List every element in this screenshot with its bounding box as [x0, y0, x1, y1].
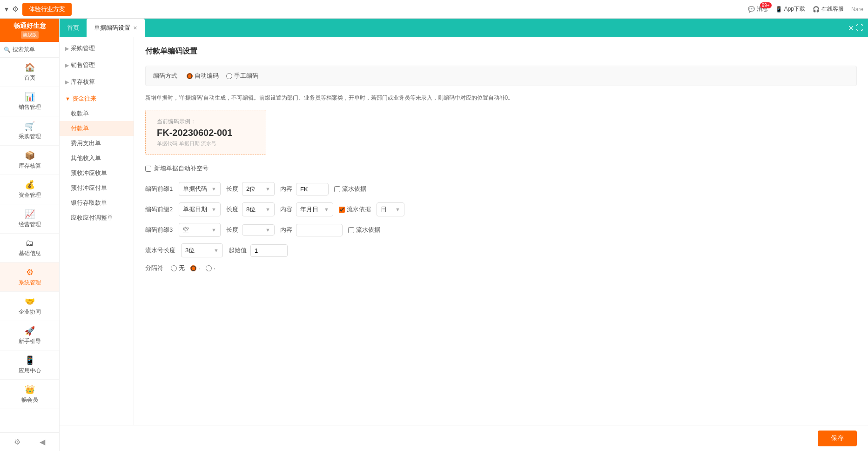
subnav-group-purchase-title[interactable]: ▶ 采购管理	[60, 41, 134, 56]
content3-group: 内容	[280, 224, 343, 236]
length1-select[interactable]: 2位 ▼	[242, 182, 275, 196]
stream1-label: 流水依据	[342, 185, 366, 193]
enterprise-icon: 🤝	[25, 296, 35, 307]
sidebar-item-appcenter[interactable]: 📱 应用中心	[0, 350, 59, 380]
auto-fill-checkbox[interactable]	[145, 166, 151, 172]
sidebar-item-operations[interactable]: 📈 经营管理	[0, 204, 59, 234]
sidebar-item-vip[interactable]: 👑 畅会员	[0, 380, 59, 409]
sidebar-bottom: ⚙ ◀	[0, 432, 59, 451]
message-button[interactable]: 💬 消息 99+	[748, 5, 768, 13]
subnav-item-prepay-pay[interactable]: 预付冲应付单	[60, 181, 134, 195]
subnav-item-prepay-recv[interactable]: 预收冲应收单	[60, 166, 134, 181]
length3-label: 长度	[226, 226, 238, 234]
date-unit-select[interactable]: 日 ▼	[377, 202, 404, 216]
sep-dot-option[interactable]: ·	[190, 265, 200, 272]
subnav-group-sales-title[interactable]: ▶ 销售管理	[60, 58, 134, 73]
sidebar-item-sales[interactable]: 📊 销售管理	[0, 87, 59, 116]
subnav-group-capital-title[interactable]: ▼ 资金往来	[60, 91, 134, 106]
content3-label: 内容	[280, 226, 292, 234]
sep-dot2-option[interactable]: ·	[206, 265, 215, 272]
subnav-group-inventory-title[interactable]: ▶ 库存核算	[60, 74, 134, 89]
sub-nav: ▶ 采购管理 ▶ 销售管理 ▶ 库存核算	[60, 37, 134, 425]
sidebar-item-newguide[interactable]: 🚀 新手引导	[0, 321, 59, 350]
length3-chevron-icon: ▼	[265, 227, 270, 233]
save-button[interactable]: 保存	[818, 431, 857, 446]
manual-code-label: 手工编码	[234, 72, 258, 80]
prefix1-select[interactable]: 单据代码 ▼	[179, 182, 221, 196]
subnav-item-receipt[interactable]: 收款单	[60, 106, 134, 121]
serial-length-value: 3位	[185, 246, 195, 255]
prefix2-chevron-icon: ▼	[211, 207, 216, 212]
sep-none-radio[interactable]	[171, 265, 177, 271]
prefix2-select[interactable]: 单据日期 ▼	[179, 202, 221, 216]
sidebar-item-enterprise[interactable]: 🤝 企业协同	[0, 292, 59, 321]
length3-select[interactable]: ▼	[242, 224, 275, 236]
length1-value: 2位	[246, 185, 256, 193]
tab-expand-button[interactable]: ⛶	[856, 24, 863, 32]
start-value-input[interactable]	[250, 244, 288, 257]
trial-button[interactable]: 体验行业方案	[22, 3, 72, 16]
content2-group: 内容 年月日 ▼	[280, 202, 333, 216]
prefix1-label: 编码前缀1	[145, 185, 173, 193]
subnav-item-bank[interactable]: 银行存取款单	[60, 195, 134, 210]
chevron-right-icon2: ▶	[65, 62, 69, 68]
online-service-button[interactable]: 🎧 在线客服	[813, 5, 844, 13]
sidebar-item-home[interactable]: 🏠 首页	[0, 58, 59, 87]
manual-code-radio[interactable]	[226, 73, 232, 79]
user-info[interactable]: Nare	[851, 6, 863, 13]
chevron-right-icon: ▶	[65, 46, 69, 52]
stream3-check-label[interactable]: 流水依据	[348, 226, 380, 234]
dropdown-icon[interactable]: ▾	[5, 5, 8, 13]
sidebar-item-basicinfo[interactable]: 🗂 基础信息	[0, 234, 59, 263]
gear-button[interactable]: ⚙	[12, 5, 19, 13]
app-download-button[interactable]: 📱 App下载	[775, 5, 805, 13]
sep-dot-radio[interactable]	[190, 265, 196, 271]
logo-main-text: 畅通好生意	[13, 22, 46, 30]
sidebar-item-inventory[interactable]: 📦 库存核算	[0, 146, 59, 175]
system-icon: ⚙	[26, 267, 34, 277]
stream2-label: 流水依据	[347, 205, 371, 214]
tab-close-icon[interactable]: ✕	[133, 25, 137, 31]
sidebar-item-system[interactable]: ⚙ 系统管理	[0, 263, 59, 292]
stream1-checkbox[interactable]	[334, 186, 340, 192]
home-icon: 🏠	[25, 62, 35, 73]
subnav-item-expense[interactable]: 费用支出单	[60, 136, 134, 151]
manual-code-option[interactable]: 手工编码	[226, 72, 258, 80]
operations-icon: 📈	[25, 209, 35, 219]
sidebar-search[interactable]: 🔍 搜索菜单	[0, 42, 59, 58]
appcenter-icon: 📱	[25, 355, 35, 365]
tab-home[interactable]: 首页	[60, 19, 87, 37]
prefix1-chevron-icon: ▼	[211, 186, 216, 192]
content1-input[interactable]	[296, 183, 329, 195]
sidebar-item-purchase[interactable]: 🛒 采购管理	[0, 116, 59, 146]
sep-none-option[interactable]: 无	[171, 264, 185, 272]
stream3-checkbox[interactable]	[348, 227, 354, 233]
stream2-checkbox[interactable]	[339, 207, 345, 213]
service-icon: 🎧	[813, 6, 820, 13]
content3-input[interactable]	[296, 224, 343, 236]
inventory-icon: 📦	[25, 150, 35, 161]
auto-code-option[interactable]: 自动编码	[187, 72, 219, 80]
content2-select[interactable]: 年月日 ▼	[296, 202, 333, 216]
subnav-item-payment[interactable]: 付款单	[60, 121, 134, 136]
sep-dot2-radio[interactable]	[206, 265, 212, 271]
subnav-item-adjust[interactable]: 应收应付调整单	[60, 210, 134, 225]
search-label: 搜索菜单	[13, 46, 35, 54]
tab-shrink-button[interactable]: ✕	[848, 24, 854, 33]
stream1-check-label[interactable]: 流水依据	[334, 185, 366, 193]
sidebar: 畅通好生意 旗舰版 🔍 搜索菜单 🏠 首页 📊 销售管理 🛒 采购管理 📦 库存…	[0, 19, 60, 451]
length2-select[interactable]: 8位 ▼	[242, 202, 275, 216]
sidebar-collapse-btn[interactable]: ◀	[40, 438, 45, 446]
serial-length-select[interactable]: 3位 ▼	[181, 243, 223, 257]
content2-label: 内容	[280, 205, 292, 214]
sidebar-settings-btn[interactable]: ⚙	[14, 438, 20, 446]
subnav-item-other-income[interactable]: 其他收入单	[60, 151, 134, 166]
chevron-down-icon: ▼	[65, 96, 70, 101]
tab-encode-setting[interactable]: 单据编码设置 ✕	[87, 19, 145, 37]
stream2-check-label[interactable]: 流水依据	[339, 205, 371, 214]
sidebar-item-finance[interactable]: 💰 资金管理	[0, 175, 59, 204]
subnav-group-purchase-label: 采购管理	[71, 44, 95, 53]
auto-code-radio[interactable]	[187, 73, 193, 79]
prefix3-select[interactable]: 空 ▼	[179, 223, 221, 237]
content1-group: 内容	[280, 183, 329, 195]
